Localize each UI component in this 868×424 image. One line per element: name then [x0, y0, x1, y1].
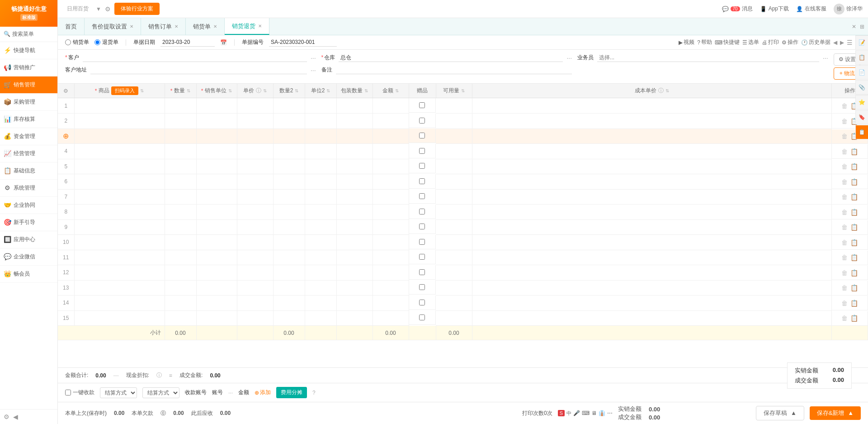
cell-cost-price-11[interactable]: [472, 250, 832, 265]
cell-product-5[interactable]: [74, 159, 165, 174]
remark-input[interactable]: [336, 66, 572, 74]
cell-gift-2[interactable]: [409, 114, 436, 128]
cell-quantity-13[interactable]: [165, 280, 196, 295]
delete-icon-14[interactable]: 🗑: [841, 300, 848, 307]
copy-icon-15[interactable]: 📋: [850, 314, 858, 322]
cell-quantity-11[interactable]: [165, 250, 196, 265]
cell-sales-unit-8[interactable]: [196, 205, 237, 220]
calendar-icon[interactable]: 📅: [220, 39, 227, 46]
cell-gift-4[interactable]: [409, 144, 436, 158]
cell-product-1[interactable]: [74, 98, 165, 114]
copy-icon-14[interactable]: 📋: [850, 300, 858, 307]
cell-gift-15[interactable]: [409, 310, 436, 325]
cell-amount-5[interactable]: [373, 159, 409, 174]
salesperson-dots[interactable]: ···: [823, 54, 828, 62]
tab-close-all-icon[interactable]: ✕: [852, 24, 856, 30]
cell-action-6[interactable]: 🗑 📋: [832, 175, 868, 189]
cell-cost-price-13[interactable]: [472, 280, 832, 295]
sidebar-item-quick-nav[interactable]: ⚡快捷导航: [0, 42, 57, 59]
date-input[interactable]: [160, 38, 215, 47]
cell-amount-1[interactable]: [373, 98, 409, 114]
cell-pack-qty-13[interactable]: [336, 280, 373, 295]
cell-sales-unit-9[interactable]: [196, 219, 237, 235]
ime-icon-monitor[interactable]: 🖥: [591, 410, 597, 416]
cell-product-14[interactable]: [74, 295, 165, 311]
help-btn[interactable]: ? 帮助: [697, 38, 712, 46]
cell-amount-4[interactable]: [373, 144, 409, 159]
cell-cost-price-15[interactable]: [472, 310, 832, 326]
cell-product-2[interactable]: [74, 114, 165, 129]
cell-quantity-7[interactable]: [165, 189, 196, 205]
cell-available-8[interactable]: [436, 205, 472, 220]
cell-quantity-2[interactable]: [165, 114, 196, 129]
cell-available-1[interactable]: [436, 98, 472, 114]
cell-cost-price-14[interactable]: [472, 295, 832, 311]
cell-unit2-13[interactable]: [305, 280, 336, 295]
cell-sales-unit-3[interactable]: [196, 129, 237, 144]
qty-sort-icon[interactable]: ⇅: [187, 88, 190, 93]
cell-cost-price-9[interactable]: [472, 219, 832, 235]
product-input-active[interactable]: [77, 133, 162, 139]
copy-icon-10[interactable]: 📋: [850, 239, 858, 246]
tab-close-price-setting[interactable]: ✕: [130, 24, 133, 29]
cell-sales-unit-4[interactable]: [196, 144, 237, 159]
video-btn[interactable]: ▶ 视频: [679, 38, 694, 46]
right-panel-icon-5[interactable]: ⭐: [855, 95, 868, 110]
cell-unit-price-3[interactable]: [237, 129, 273, 144]
tab-sales-return[interactable]: 销货退货✕: [225, 18, 269, 35]
cell-product-8[interactable]: [74, 205, 165, 220]
cell-action-5[interactable]: 🗑 📋: [832, 160, 868, 174]
sidebar-item-system-mgmt[interactable]: ⚙系统管理: [0, 180, 57, 197]
cell-pack-qty-10[interactable]: [336, 235, 373, 250]
cell-unit2-8[interactable]: [305, 205, 336, 220]
cell-unit-price-14[interactable]: [237, 295, 273, 311]
cell-available-15[interactable]: [436, 310, 472, 326]
cell-pack-qty-15[interactable]: [336, 310, 373, 326]
history-btn[interactable]: 🕐 历史单据: [801, 38, 830, 46]
cell-cost-price-3[interactable]: [472, 129, 832, 144]
price-info-icon[interactable]: ⓘ: [256, 87, 261, 95]
tab-home[interactable]: 首页: [58, 18, 85, 35]
delete-icon-15[interactable]: 🗑: [841, 314, 848, 322]
cell-unit2-5[interactable]: [305, 159, 336, 174]
cell-unit-price-6[interactable]: [237, 174, 273, 190]
cell-gift-9[interactable]: [409, 219, 436, 234]
copy-icon-7[interactable]: 📋: [850, 193, 858, 200]
cell-amount-12[interactable]: [373, 265, 409, 281]
sales-radio[interactable]: 销货单: [65, 38, 89, 46]
settings-icon[interactable]: ⚙: [4, 413, 9, 420]
cell-quantity2-7[interactable]: [273, 189, 305, 205]
cell-amount-3[interactable]: [373, 129, 409, 144]
cell-unit-price-2[interactable]: [237, 114, 273, 129]
cell-gift-13[interactable]: [409, 280, 436, 295]
address-dots[interactable]: ···: [311, 67, 316, 74]
cell-gift-5[interactable]: [409, 159, 436, 173]
tab-sales-order[interactable]: 销售订单✕: [141, 18, 186, 35]
warehouse-input[interactable]: [339, 53, 563, 62]
cell-quantity2-10[interactable]: [273, 235, 305, 250]
cell-quantity-5[interactable]: [165, 159, 196, 174]
cash-discount-info[interactable]: ⓘ: [156, 372, 162, 379]
cell-pack-qty-14[interactable]: [336, 295, 373, 311]
ime-icon-zhong[interactable]: 中: [566, 410, 571, 417]
cell-action-11[interactable]: 🗑 📋: [832, 251, 868, 265]
cell-unit2-12[interactable]: [305, 265, 336, 281]
cell-pack-qty-9[interactable]: [336, 219, 373, 235]
cell-product-12[interactable]: [74, 265, 165, 281]
cell-quantity-3[interactable]: [165, 129, 196, 144]
cell-unit2-6[interactable]: [305, 174, 336, 190]
cell-cost-price-12[interactable]: [472, 265, 832, 281]
sidebar-item-inventory-calc[interactable]: 📊库存核算: [0, 111, 57, 128]
delete-icon-4[interactable]: 🗑: [841, 148, 848, 155]
cell-quantity-12[interactable]: [165, 265, 196, 281]
cell-quantity-14[interactable]: [165, 295, 196, 311]
cell-quantity-1[interactable]: [165, 98, 196, 114]
cell-quantity2-13[interactable]: [273, 280, 305, 295]
cell-pack-qty-3[interactable]: [336, 129, 373, 144]
delete-icon-5[interactable]: 🗑: [841, 163, 848, 170]
cell-unit-price-7[interactable]: [237, 189, 273, 205]
experience-plan-button[interactable]: 体验行业方案: [114, 3, 160, 15]
ime-icon-keyboard[interactable]: ⌨: [582, 410, 590, 416]
online-service-item[interactable]: 👤 在线客服: [796, 5, 826, 13]
return-radio[interactable]: 退货单: [94, 38, 118, 46]
